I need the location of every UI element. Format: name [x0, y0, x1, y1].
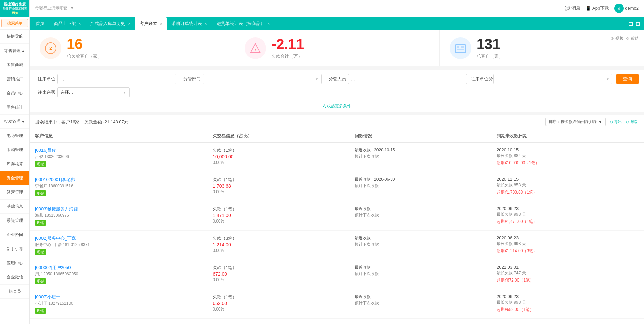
customer-phone: 吕俊 13026203696: [35, 154, 213, 160]
chevron-down-icon: ▼: [21, 119, 25, 124]
overdue-amount-link[interactable]: 超期¥1,214.00（3笔）: [497, 248, 639, 254]
query-button[interactable]: 查询: [616, 74, 639, 84]
filter-input-partner[interactable]: ...: [57, 74, 176, 84]
table-row: [0001020001]李老师 李老师 18600391516 现销 欠款（1笔…: [30, 172, 644, 201]
overdue-amount-link[interactable]: 超期¥652.00（1笔）: [497, 307, 639, 313]
filter-input-person-dots: ...: [351, 77, 355, 82]
export-icon: ⊙: [610, 120, 613, 124]
overdue-days: 最长欠款 747 天: [497, 270, 639, 276]
industry-label: 母婴行业演示账套 ▼: [35, 5, 74, 11]
svg-rect-8: [457, 49, 464, 50]
col-header-customer: 客户信息: [35, 133, 213, 139]
customer-name-link[interactable]: [0007]小进干: [35, 294, 213, 300]
tab-purchase-stats[interactable]: 采购订单统计表 ×: [167, 17, 212, 30]
customer-name-link[interactable]: [0016]吕俊: [35, 147, 213, 153]
tab-expand-icon[interactable]: ⊞: [636, 21, 640, 27]
sidebar-item-purchase[interactable]: 采购管理: [0, 143, 29, 157]
sidebar-item-member[interactable]: 会员中心: [0, 86, 29, 100]
sidebar-item-quick-nav[interactable]: 快捷导航: [0, 30, 29, 44]
stat-label-total: 总客户（家）: [477, 53, 503, 59]
last-payment-label: 最近收款: [355, 294, 497, 300]
search-menu-button[interactable]: 搜索菜单: [1, 19, 28, 27]
collapse-filters-btn[interactable]: ⋀ 收起更多条件: [35, 101, 639, 111]
due-date: 2020.10.15: [497, 147, 639, 152]
sidebar-item-marketing[interactable]: 营销推广: [0, 72, 29, 86]
tab-bar: 首页 商品上下架 × 产成品入库单历史 × 客户账本 × 采购订单统计表 × 进…: [30, 17, 644, 30]
customer-name-link[interactable]: [0002]服务中心_丁磊: [35, 235, 213, 241]
tab-stock-stats-close[interactable]: ×: [268, 22, 270, 26]
tab-home[interactable]: 首页: [31, 17, 49, 30]
tab-product-shelf-close[interactable]: ×: [79, 22, 81, 26]
sort-select[interactable]: 排序：按欠款金额倒序排序 ▼: [545, 118, 606, 126]
last-payment-label: 最近收款: [355, 265, 497, 270]
due-col: 2020.06.23 最长欠款 998 天 超期¥1,214.00（3笔）: [497, 235, 639, 254]
sidebar-item-system[interactable]: 系统管理: [0, 214, 29, 228]
user-avatar-btn[interactable]: d demo2: [614, 4, 639, 13]
sidebar-item-member2[interactable]: 畅会员: [0, 285, 29, 299]
tab-minimize-icon[interactable]: ⊟: [628, 21, 633, 27]
customer-name-link[interactable]: [000002]用户2050: [35, 265, 213, 271]
debt-icon: !: [249, 42, 261, 54]
sidebar-item-corp-wechat[interactable]: 企业微信: [0, 270, 29, 285]
filter-select-dept[interactable]: ▼: [203, 74, 322, 84]
export-button[interactable]: ⊙ 导出: [610, 119, 622, 125]
industry-name: 母婴行业演示账套: [35, 6, 67, 10]
tab-product-history-close[interactable]: ×: [128, 22, 130, 26]
tab-product-history[interactable]: 产成品入库单历史 ×: [85, 17, 135, 30]
filter-input-person[interactable]: ...: [348, 74, 467, 84]
filter-select-balance[interactable]: 选择... ▼: [57, 87, 130, 97]
collapse-icon: ⋀: [323, 104, 326, 108]
customer-info-col: [000002]用户2050 用户2050 18665062050 现销: [35, 265, 213, 284]
tab-purchase-stats-close[interactable]: ×: [205, 22, 207, 26]
due-col: 2020.10.15 最长欠款 884 天 超期¥10,000.00（1笔）: [497, 147, 639, 166]
filter-select-category[interactable]: ▼: [493, 74, 612, 84]
overdue-amount-link[interactable]: 超期¥1,471.00（1笔）: [497, 219, 639, 225]
sidebar-item-inventory[interactable]: 库存核算: [0, 157, 29, 171]
table-row: [0016]吕俊 吕俊 13026203696 现销 欠款（1笔） 10,000…: [30, 143, 644, 172]
debt-count: 欠款（1笔）: [213, 177, 355, 183]
debt-count: 欠款（1笔）: [213, 147, 355, 153]
due-col: 2021.03.01 最长欠款 747 天 超期¥672.00（1笔）: [497, 265, 639, 283]
sidebar-item-corp[interactable]: 企业协同: [0, 228, 29, 242]
chevron-down-icon: ▲: [21, 49, 25, 53]
stats-row: ¥ 16 总欠款客户（家） ! -2.11 欠款合计: [30, 30, 644, 66]
sidebar-item-app-center[interactable]: 应用中心: [0, 256, 29, 270]
filter-item-partner: 往来单位 ...: [35, 74, 176, 84]
sidebar-item-wholesale-mgmt[interactable]: 批发管理 ▼: [0, 115, 29, 129]
due-date: 2020.11.15: [497, 177, 639, 182]
refresh-icon: ⊙: [626, 120, 629, 124]
overdue-amount-link[interactable]: 超期¥10,000.00（1笔）: [497, 160, 639, 166]
tab-customer-account-close[interactable]: ×: [160, 22, 162, 26]
tab-customer-account[interactable]: 客户账本 ×: [135, 17, 167, 30]
tab-stock-stats[interactable]: 进货单统计表（按商品） ×: [212, 17, 274, 30]
sidebar-item-retail-store[interactable]: 零售商城: [0, 58, 29, 72]
sidebar-item-basic-info[interactable]: 基础信息: [0, 200, 29, 214]
sidebar-item-ecommerce[interactable]: 电商管理: [0, 129, 29, 143]
message-btn[interactable]: 💬 消息: [565, 5, 580, 11]
due-col: 2020.06.23 最长欠款 998 天 超期¥1,471.00（1笔）: [497, 206, 639, 225]
debt-amount: 1,214.00: [213, 242, 355, 247]
customer-name-link[interactable]: [0003]畅捷服务尹海蕊: [35, 206, 213, 212]
filter-item-person: 分管人员 ...: [326, 74, 467, 84]
app-download-btn[interactable]: 📱 App下载: [586, 5, 609, 11]
debt-info-col: 欠款（1笔） 652.00 0.00%: [213, 294, 355, 312]
sidebar-item-newbie[interactable]: 新手引导: [0, 242, 29, 256]
sidebar-item-retail-stats[interactable]: 零售统计: [0, 100, 29, 115]
stat-icon-bg-customers: ¥: [40, 37, 61, 59]
results-text: 搜索结果中，客户16家: [35, 119, 79, 124]
table-row: [0007]小进干 小进干 18279152100 现销 欠款（1笔） 652.…: [30, 289, 644, 319]
overdue-amount-link[interactable]: 超期¥1,703.68（1笔）: [497, 189, 639, 195]
tab-product-shelf[interactable]: 商品上下架 ×: [49, 17, 85, 30]
dropdown-icon[interactable]: ▼: [70, 6, 74, 10]
refresh-button[interactable]: ⊙ 刷新: [626, 119, 639, 125]
overdue-days: 最长欠款 998 天: [497, 212, 639, 217]
sidebar-item-business[interactable]: 经营管理: [0, 185, 29, 200]
sidebar-item-finance[interactable]: 资金管理: [0, 171, 29, 185]
video-btn[interactable]: ⊙ 视频: [611, 36, 623, 41]
customer-info-col: [0002]服务中心_丁磊 服务中心_丁磊 181 0125 8371 现销: [35, 235, 213, 255]
help-btn[interactable]: ⊙ 帮助: [626, 36, 639, 41]
last-payment-label: 最近收款 2020-06-30: [355, 177, 497, 182]
overdue-amount-link[interactable]: 超期¥672.00（1笔）: [497, 277, 639, 283]
sidebar-item-retail-mgmt[interactable]: 零售管理 ▲: [0, 44, 29, 58]
customer-name-link[interactable]: [0001020001]李老师: [35, 177, 213, 183]
